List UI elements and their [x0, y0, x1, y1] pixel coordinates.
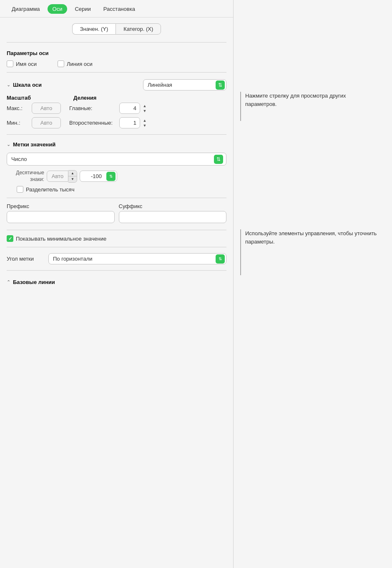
- axis-scale-select-wrapper: Линейная Логарифмическая ⇅: [143, 79, 226, 90]
- show-min-checkbox-wrapper: Показывать минимальное значение: [7, 235, 106, 242]
- show-min-checkbox[interactable]: [7, 235, 13, 242]
- minor-div-up-btn[interactable]: ▲: [141, 118, 148, 123]
- decimal-value-wrapper: ⇅: [80, 171, 117, 182]
- decimal-auto-down[interactable]: ▼: [68, 176, 77, 182]
- min-label: Мин.:: [7, 120, 28, 126]
- tab-axes[interactable]: Оси: [48, 4, 68, 14]
- prefix-input[interactable]: [7, 211, 115, 223]
- baseline-header[interactable]: ⌃ Базовые линии: [0, 274, 233, 289]
- max-input[interactable]: [32, 103, 61, 114]
- divider-1: [7, 42, 226, 43]
- axis-name-label: Имя оси: [16, 61, 37, 67]
- separator-checkbox-wrapper: Разделитель тысяч: [17, 186, 74, 193]
- axis-scale-chevron: ⌄: [7, 82, 10, 88]
- minor-div-stepper: ▲ ▼: [119, 117, 148, 128]
- axis-name-checkbox[interactable]: [7, 60, 13, 67]
- divider-4: [7, 198, 226, 198]
- axis-scale-header[interactable]: ⌄ Шкала оси Линейная Логарифмическая ⇅: [0, 76, 233, 93]
- separator-row: Разделитель тысяч: [0, 184, 233, 194]
- angle-row: Угол метки По горизонтали По вертикали Н…: [0, 251, 233, 267]
- suffix-col-label: Суффикс: [119, 203, 227, 209]
- divider-3: [7, 134, 226, 135]
- bracket-line-2: [240, 229, 241, 275]
- main-div-stepper: ▲ ▼: [119, 103, 148, 114]
- tab-placement[interactable]: Расстановка: [98, 4, 140, 14]
- axis-params-row: Имя оси Линия оси: [0, 59, 233, 69]
- value-labels-chevron: ⌄: [7, 142, 10, 147]
- prefix-col: Префикс: [7, 203, 115, 223]
- baseline-label: Базовые линии: [13, 279, 55, 285]
- number-type-wrapper: Число Процент Валюта ⇅: [0, 150, 233, 168]
- axis-name-checkbox-wrapper: Имя оси: [7, 60, 37, 67]
- value-labels-label: Метки значений: [13, 141, 55, 148]
- angle-label: Угол метки: [7, 256, 44, 262]
- annotation-text-1: Нажмите стрелку для просмотра других пар…: [245, 92, 379, 108]
- main-div-input[interactable]: [119, 103, 140, 114]
- min-minor-row: Мин.: Второстепенные: ▲ ▼: [0, 116, 233, 130]
- minor-div-input[interactable]: [119, 117, 140, 128]
- axis-line-checkbox[interactable]: [58, 60, 64, 67]
- scale-divisions-labels: Масштаб Деления: [0, 93, 233, 101]
- max-main-row: Макс.: Главные: ▲ ▼: [0, 101, 233, 116]
- annotation-1-wrapper: Нажмите стрелку для просмотра других пар…: [240, 92, 385, 121]
- main-div-up-btn[interactable]: ▲: [141, 103, 148, 108]
- decimal-auto-up[interactable]: ▲: [68, 171, 77, 176]
- minor-div-down-btn[interactable]: ▼: [141, 123, 148, 128]
- axis-line-label: Линия оси: [67, 61, 93, 67]
- main-div-down-btn[interactable]: ▼: [141, 108, 148, 113]
- axis-selector: Значен. (Y) Категор. (X): [0, 18, 233, 39]
- axis-value-y-button[interactable]: Значен. (Y): [72, 23, 116, 35]
- decimal-auto-input[interactable]: [47, 171, 68, 182]
- prefix-col-label: Префикс: [7, 203, 115, 209]
- decimal-row: Десятичныезнаки: ▲ ▼ ⇅: [0, 168, 233, 184]
- minor-div-arrows: ▲ ▼: [141, 118, 148, 128]
- suffix-input[interactable]: [119, 211, 227, 223]
- axis-params-header: Параметры оси: [0, 46, 233, 59]
- angle-select[interactable]: По горизонтали По вертикали Наклонный: [48, 253, 226, 264]
- decimal-auto-wrapper: ▲ ▼: [47, 170, 77, 183]
- scale-col-label: Масштаб: [7, 95, 73, 101]
- max-label: Макс.:: [7, 105, 28, 111]
- number-type-select[interactable]: Число Процент Валюта: [7, 153, 226, 166]
- decimal-auto-arrows: ▲ ▼: [68, 170, 77, 183]
- divider-7: [7, 270, 226, 271]
- value-labels-header[interactable]: ⌄ Метки значений: [0, 138, 233, 150]
- angle-select-wrapper: По горизонтали По вертикали Наклонный ⇅: [48, 253, 226, 264]
- axis-scale-label: Шкала оси: [13, 82, 42, 88]
- main-div-arrows: ▲ ▼: [141, 103, 148, 113]
- show-min-row: Показывать минимальное значение: [0, 234, 233, 244]
- tab-series[interactable]: Серии: [70, 4, 95, 14]
- divider-6: [7, 247, 226, 247]
- tab-diagram[interactable]: Диаграмма: [7, 4, 45, 14]
- divisions-col-label: Деления: [73, 95, 96, 101]
- min-input[interactable]: [32, 117, 61, 128]
- bracket-line-1: [240, 92, 241, 121]
- main-div-label: Главные:: [69, 105, 115, 111]
- decimal-label: Десятичныезнаки:: [7, 170, 44, 183]
- axis-line-checkbox-wrapper: Линия оси: [58, 60, 93, 67]
- divider-2: [7, 72, 226, 73]
- axis-scale-select[interactable]: Линейная Логарифмическая: [143, 79, 226, 90]
- minor-div-label: Второстепенные:: [69, 120, 115, 126]
- tab-bar: Диаграмма Оси Серии Расстановка: [0, 0, 233, 18]
- separator-label: Разделитель тысяч: [26, 186, 74, 193]
- annotation-2-wrapper: Используйте элементы управления, чтобы у…: [240, 229, 385, 275]
- separator-checkbox[interactable]: [17, 186, 23, 193]
- divider-5: [7, 230, 226, 230]
- suffix-col: Суффикс: [119, 203, 227, 223]
- show-min-label: Показывать минимальное значение: [16, 236, 106, 242]
- annotation-text-2: Используйте элементы управления, чтобы у…: [245, 229, 379, 246]
- annotations-panel: Нажмите стрелку для просмотра других пар…: [234, 0, 392, 568]
- baseline-chevron: ⌃: [7, 279, 10, 285]
- axis-category-x-button[interactable]: Категор. (X): [116, 23, 161, 35]
- decimal-value-arrow: ⇅: [106, 172, 116, 181]
- prefix-suffix-labels-row: Префикс Суффикс: [0, 201, 233, 225]
